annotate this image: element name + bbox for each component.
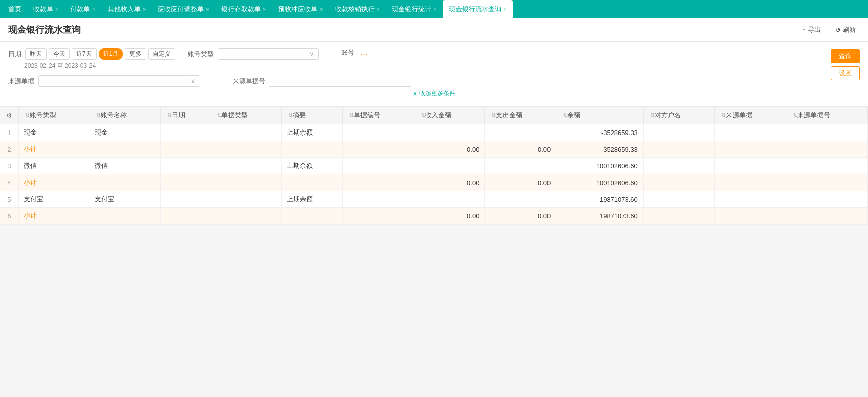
account-type-label: 账号类型: [188, 50, 214, 59]
account-type-select[interactable]: ∨: [218, 48, 319, 60]
table-cell: 0.00: [485, 174, 556, 191]
table-cell: 现金: [18, 124, 89, 141]
source-doc-select[interactable]: ∨: [38, 75, 200, 87]
table-cell: [161, 174, 210, 191]
table-cell: 100102606.60: [556, 158, 644, 174]
date-btn-7days[interactable]: 近7天: [72, 48, 97, 60]
data-table: ⚙ ⇅账号类型 ⇅账号名称 ⇅日期 ⇅单据类型 ⇅摘要 ⇅单据编: [0, 107, 868, 225]
setting-button[interactable]: 设置: [831, 66, 860, 80]
account-type-group: 账号类型 ∨: [188, 48, 329, 60]
column-doc-type[interactable]: ⇅单据类型: [210, 107, 281, 124]
table-cell: [714, 191, 786, 208]
close-icon[interactable]: ×: [263, 0, 266, 18]
table-cell: [414, 124, 485, 141]
table-cell: [714, 208, 786, 225]
table-cell: [342, 158, 414, 174]
date-btn-more[interactable]: 更多: [125, 48, 146, 60]
filter-bottom-row: 来源单据 ∨ 来源单据号: [8, 75, 823, 87]
header-row: ⚙ ⇅账号类型 ⇅账号名称 ⇅日期 ⇅单据类型 ⇅摘要 ⇅单据编: [0, 107, 868, 124]
table-cell: [714, 141, 786, 158]
column-counterpart[interactable]: ⇅对方户名: [643, 107, 714, 124]
nav-item-银行存取款单[interactable]: 银行存取款单×: [215, 0, 272, 18]
nav-item-收款单[interactable]: 收款单×: [27, 0, 64, 18]
col-sort-icon: ⇅: [217, 112, 221, 118]
refresh-button[interactable]: ↺ 刷新: [831, 23, 860, 36]
column-gear[interactable]: ⚙: [0, 107, 18, 124]
table-cell: [161, 158, 210, 174]
column-summary[interactable]: ⇅摘要: [281, 107, 342, 124]
account-dots-button[interactable]: ...: [358, 48, 369, 57]
table-cell: [89, 174, 161, 191]
table-cell: [210, 158, 281, 174]
table-cell: [161, 141, 210, 158]
table-cell: 0.00: [485, 208, 556, 225]
table-cell: [161, 124, 210, 141]
nav-item-其他收入单[interactable]: 其他收入单×: [102, 0, 152, 18]
query-button[interactable]: 查询: [831, 49, 860, 63]
filter-date-section: 日期 昨天 今天 近7天 近1月 更多 自定义 2023-02-24 至 202…: [8, 48, 175, 70]
table-cell: [414, 191, 485, 208]
column-account-name[interactable]: ⇅账号名称: [89, 107, 161, 124]
date-group: 日期 昨天 今天 近7天 近1月 更多 自定义: [8, 48, 175, 60]
nav-item-预收冲应收单[interactable]: 预收冲应收单×: [272, 0, 329, 18]
column-source-doc-no[interactable]: ⇅来源单据号: [786, 107, 867, 124]
date-btn-today[interactable]: 今天: [49, 48, 70, 60]
nav-item-现金银行统计[interactable]: 现金银行统计×: [386, 0, 442, 18]
table-cell: 微信: [18, 158, 89, 174]
column-balance[interactable]: ⇅余额: [556, 107, 644, 124]
header-actions: ↑ 导出 ↺ 刷新: [799, 23, 860, 36]
date-btn-yesterday[interactable]: 昨天: [25, 48, 47, 60]
nav-item-付款单[interactable]: 付款单×: [64, 0, 101, 18]
column-source-doc[interactable]: ⇅来源单据: [714, 107, 786, 124]
date-btn-1month[interactable]: 近1月: [99, 48, 123, 60]
col-sort-icon: ⇅: [167, 112, 172, 118]
column-date[interactable]: ⇅日期: [161, 107, 210, 124]
filter-top-row: 日期 昨天 今天 近7天 近1月 更多 自定义 2023-02-24 至 202…: [8, 48, 860, 87]
table-cell: [714, 174, 786, 191]
close-icon[interactable]: ×: [319, 0, 323, 18]
column-account-type[interactable]: ⇅账号类型: [18, 107, 89, 124]
table-row: 5支付宝支付宝上期余额19871073.60: [0, 191, 868, 208]
column-doc-no[interactable]: ⇅单据编号: [342, 107, 414, 124]
page-header: 现金银行流水查询 ↑ 导出 ↺ 刷新: [0, 18, 868, 42]
nav-item-收款核销执行[interactable]: 收款核销执行×: [329, 0, 386, 18]
table-cell: [89, 141, 161, 158]
table-cell: [643, 124, 714, 141]
table-cell: 0.00: [414, 174, 485, 191]
close-icon[interactable]: ×: [143, 0, 146, 18]
col-sort-icon: ⇅: [793, 112, 797, 118]
column-expense[interactable]: ⇅支出金额: [485, 107, 556, 124]
filter-actions: 查询 设置: [823, 48, 860, 80]
close-icon[interactable]: ×: [55, 0, 58, 18]
date-btn-custom[interactable]: 自定义: [148, 48, 175, 60]
close-icon[interactable]: ×: [92, 0, 95, 18]
table-cell: [210, 174, 281, 191]
table-row: 4小计0.000.00100102606.60: [0, 174, 868, 191]
collapse-button[interactable]: ∧ 收起更多条件: [413, 89, 455, 98]
nav-item-首页[interactable]: 首页: [2, 0, 27, 18]
column-income[interactable]: ⇅收入金额: [414, 107, 485, 124]
close-icon[interactable]: ×: [377, 0, 380, 18]
table-cell: [485, 191, 556, 208]
nav-item-应收应付调整单[interactable]: 应收应付调整单×: [152, 0, 215, 18]
table-cell: [161, 191, 210, 208]
table-cell: 现金: [89, 124, 161, 141]
table-cell: 100102606.60: [556, 174, 644, 191]
table-cell: [210, 208, 281, 225]
source-doc-no-input[interactable]: [269, 76, 411, 87]
table-cell: [281, 141, 342, 158]
nav-item-现金银行流水查询[interactable]: 现金银行流水查询×: [443, 0, 513, 18]
table-cell: [643, 158, 714, 174]
close-icon[interactable]: ×: [504, 0, 507, 18]
table-cell: 4: [0, 174, 18, 191]
export-button[interactable]: ↑ 导出: [799, 23, 826, 36]
table-cell: 微信: [89, 158, 161, 174]
close-icon[interactable]: ×: [433, 0, 436, 18]
table-cell: [210, 124, 281, 141]
source-doc-group: 来源单据 ∨: [8, 75, 220, 87]
table-cell: 0.00: [414, 208, 485, 225]
table-cell: [786, 191, 867, 208]
table-cell: [89, 208, 161, 225]
close-icon[interactable]: ×: [206, 0, 209, 18]
table-cell: 支付宝: [18, 191, 89, 208]
